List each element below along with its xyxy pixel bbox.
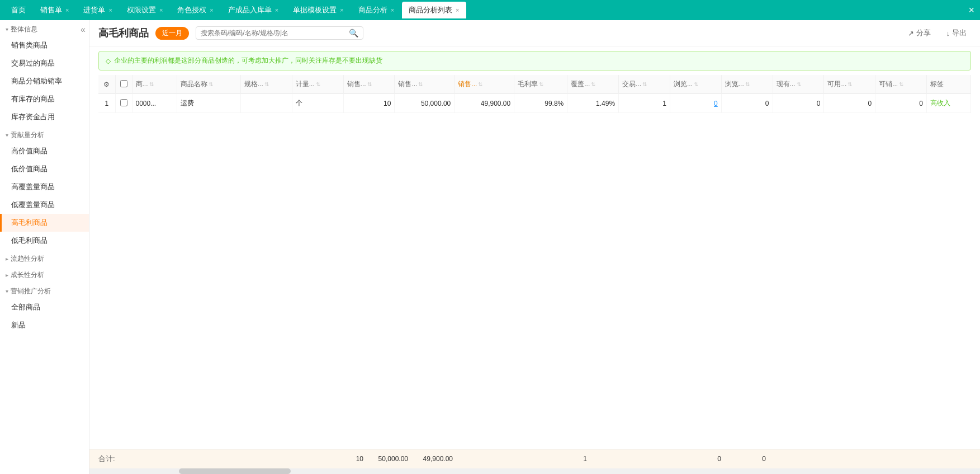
col-current-stock[interactable]: 现有...⇅ [773, 75, 824, 94]
col-transaction[interactable]: 交易...⇅ [619, 75, 670, 94]
horizontal-scrollbar[interactable] [89, 468, 980, 474]
close-icon[interactable]: × [456, 7, 459, 13]
sidebar-item-low-coverage[interactable]: 低覆盖量商品 [0, 196, 89, 214]
nav-tab-template[interactable]: 单据模板设置 × [286, 2, 350, 18]
cell-current-stock: 0 [773, 94, 824, 113]
chevron-down-icon: ▾ [6, 132, 8, 138]
sidebar-item-high-margin[interactable]: 高毛利商品 [0, 214, 89, 232]
search-icon[interactable]: 🔍 [349, 29, 358, 37]
footer-values: 10 50,000.00 49,900.00 1 0 0 [132, 455, 971, 463]
col-sales-profit[interactable]: 销售...⇅ [455, 75, 514, 94]
col-gross-rate[interactable]: 毛利率⇅ [514, 75, 567, 94]
search-box: 🔍 [196, 26, 363, 40]
nav-tab-analysis-list[interactable]: 商品分析列表 × [402, 2, 466, 18]
footer-gross-spacer [456, 455, 501, 463]
nav-tab-products[interactable]: 产成品入库单 × [221, 2, 285, 18]
footer-coverage-spacer [501, 455, 546, 463]
close-icon[interactable]: × [340, 7, 343, 13]
sidebar-item-high-value[interactable]: 高价值商品 [0, 142, 89, 160]
sidebar-collapse-button[interactable]: « [81, 25, 86, 35]
col-browse2[interactable]: 浏览...⇅ [721, 75, 773, 94]
close-icon[interactable]: × [65, 7, 69, 13]
footer-spacer2 [149, 455, 165, 463]
sidebar-item-sales-goods[interactable]: 销售类商品 [0, 36, 89, 54]
col-sales-amount[interactable]: 销售...⇅ [395, 75, 455, 94]
footer-total-bar: 合计: 10 50,000.00 49,900.00 1 0 [89, 449, 980, 468]
nav-tab-sales[interactable]: 销售单 × [34, 2, 75, 18]
col-available[interactable]: 可用...⇅ [824, 75, 875, 94]
footer-sales-qty: 10 [322, 455, 367, 463]
sidebar-item-new-goods[interactable]: 新品 [0, 316, 89, 334]
sidebar-item-distribution-rate[interactable]: 商品分销助销率 [0, 72, 89, 90]
cell-index: 1 [98, 94, 115, 113]
cell-saleable: 0 [875, 94, 927, 113]
footer-spacer4 [199, 455, 255, 463]
cell-browse1[interactable]: 0 [670, 94, 721, 113]
cell-checkbox[interactable] [115, 94, 132, 113]
close-icon[interactable]: × [108, 7, 112, 13]
col-settings[interactable]: ⚙ [98, 75, 115, 94]
sidebar-item-low-value[interactable]: 低价值商品 [0, 160, 89, 178]
col-name[interactable]: 商品名称⇅ [177, 75, 240, 94]
close-all-button[interactable]: × [968, 5, 974, 15]
col-sales-qty[interactable]: 销售...⇅ [343, 75, 395, 94]
close-icon[interactable]: × [391, 7, 394, 13]
export-icon: ↓ [946, 29, 950, 37]
notice-bar: ◇ 企业的主要的利润都是这部分商品创造的，可考虑加大推广，同时关注库存是不要出现… [98, 51, 971, 71]
table-container: ⚙ 商...⇅ 商品名称⇅ 规格...⇅ 计量...⇅ 销售...⇅ 销售...… [89, 75, 980, 449]
col-spec[interactable]: 规格...⇅ [240, 75, 292, 94]
sidebar-item-traded-goods[interactable]: 交易过的商品 [0, 54, 89, 72]
close-icon[interactable]: × [159, 7, 163, 13]
header-actions: ↗ 分享 ↓ 导出 [903, 26, 972, 40]
cell-gross-rate: 99.8% [514, 94, 567, 113]
cell-browse2: 0 [721, 94, 773, 113]
footer-sales-profit: 49,900.00 [411, 455, 456, 463]
col-checkbox [115, 75, 132, 94]
table-header-row: ⚙ 商...⇅ 商品名称⇅ 规格...⇅ 计量...⇅ 销售...⇅ 销售...… [98, 75, 971, 94]
footer-transaction: 1 [546, 455, 590, 463]
sidebar-group-contribution[interactable]: ▾ 贡献量分析 [0, 126, 89, 142]
nav-tab-purchase[interactable]: 进货单 × [77, 2, 119, 18]
sidebar-item-stock-capital[interactable]: 库存资金占用 [0, 108, 89, 126]
sidebar-item-low-margin[interactable]: 低毛利商品 [0, 232, 89, 250]
col-browse1[interactable]: 浏览...⇅ [670, 75, 721, 94]
sidebar-group-marketing[interactable]: ▾ 营销推广分析 [0, 282, 89, 298]
cell-available: 0 [824, 94, 875, 113]
sidebar-item-high-coverage[interactable]: 高覆盖量商品 [0, 178, 89, 196]
col-unit[interactable]: 计量...⇅ [292, 75, 343, 94]
cell-coverage: 1.49% [567, 94, 619, 113]
share-icon: ↗ [908, 29, 914, 37]
close-icon[interactable]: × [210, 7, 213, 13]
filter-recent-month-button[interactable]: 近一月 [155, 27, 189, 40]
sidebar-item-all-goods[interactable]: 全部商品 [0, 298, 89, 316]
export-button[interactable]: ↓ 导出 [942, 26, 972, 40]
footer-spacer3 [165, 455, 199, 463]
content-header: 高毛利商品 近一月 🔍 ↗ 分享 ↓ 导出 [89, 20, 980, 46]
row-checkbox[interactable] [120, 99, 127, 106]
col-coverage[interactable]: 覆盖...⇅ [567, 75, 619, 94]
nav-tab-home[interactable]: 首页 [4, 2, 32, 18]
select-all-checkbox[interactable] [120, 80, 127, 87]
share-button[interactable]: ↗ 分享 [903, 26, 935, 40]
nav-tab-roles[interactable]: 角色授权 × [171, 2, 220, 18]
sidebar-group-trend[interactable]: ▸ 流趋性分析 [0, 250, 89, 266]
sidebar-group-overall[interactable]: ▾ 整体信息 [0, 20, 89, 36]
col-code[interactable]: 商...⇅ [132, 75, 177, 94]
sidebar-item-stocked-goods[interactable]: 有库存的商品 [0, 90, 89, 108]
footer-spacer5 [255, 455, 288, 463]
cell-spec [240, 94, 292, 113]
search-input[interactable] [201, 29, 347, 37]
nav-tab-analysis[interactable]: 商品分析 × [352, 2, 401, 18]
chevron-down-icon: ▾ [6, 288, 8, 294]
page-title: 高毛利商品 [98, 26, 149, 40]
close-icon[interactable]: × [275, 7, 278, 13]
notice-icon: ◇ [106, 57, 111, 65]
col-saleable[interactable]: 可销...⇅ [875, 75, 927, 94]
nav-tab-permissions[interactable]: 权限设置 × [120, 2, 169, 18]
col-tag[interactable]: 标签 [927, 75, 971, 94]
cell-sales-qty: 10 [343, 94, 395, 113]
footer-current-stock: 0 [680, 455, 725, 463]
scrollbar-thumb[interactable] [179, 468, 291, 474]
sidebar-group-growth[interactable]: ▸ 成长性分析 [0, 266, 89, 282]
top-navigation: 首页 销售单 × 进货单 × 权限设置 × 角色授权 × 产成品入库单 × 单据… [0, 0, 980, 20]
